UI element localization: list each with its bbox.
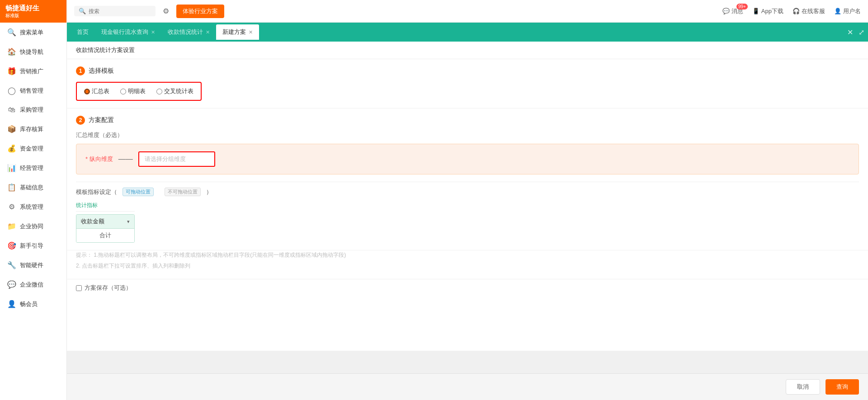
tab-home[interactable]: 首页 <box>71 24 95 40</box>
radio-summary-input[interactable] <box>84 89 90 94</box>
sidebar-item-label: 库存核算 <box>20 125 43 133</box>
cancel-button[interactable]: 取消 <box>786 379 820 395</box>
operation-icon: 📊 <box>7 164 16 172</box>
metrics-box: 收款金额 ▾ 合计 <box>76 214 135 243</box>
dimension-row: 纵向维度 —— 请选择分组维度 <box>85 151 849 167</box>
trial-button[interactable]: 体验行业方案 <box>176 5 224 18</box>
sidebar-item-label: 畅会员 <box>20 300 38 308</box>
sidebar-item-marketing[interactable]: 🎁 营销推广 <box>0 61 66 81</box>
page-header: 收款情况统计方案设置 <box>67 42 868 59</box>
sidebar-item-label: 采购管理 <box>20 106 43 114</box>
sidebar-item-wechat[interactable]: 💬 企业微信 <box>0 275 66 294</box>
sidebar-item-newbie[interactable]: 🎯 新手引导 <box>0 236 66 255</box>
sidebar-item-label: 营销推广 <box>20 67 43 75</box>
radio-detail[interactable]: 明细表 <box>120 87 146 95</box>
main-area: 🔍 ⚙ 体验行业方案 💬 消息 99+ 📱 App下载 🎧 在线客服 👤 用户名 <box>67 0 868 400</box>
dimension-subtitle: 汇总维度（必选） <box>76 131 859 139</box>
tab-expand-icon[interactable]: ⤢ <box>859 28 864 37</box>
save-option[interactable]: 方案保存（可选） <box>76 284 132 292</box>
enterprise-icon: 📁 <box>7 222 16 231</box>
sidebar-item-system[interactable]: ⚙ 系统管理 <box>0 197 66 216</box>
sidebar-item-smart-hw[interactable]: 🔧 智能硬件 <box>0 255 66 275</box>
sidebar-item-inventory[interactable]: 📦 库存核算 <box>0 119 66 139</box>
user-info[interactable]: 👤 用户名 <box>834 7 861 15</box>
step2-header: 2 方案配置 <box>76 116 859 125</box>
dimension-area: 纵向维度 —— 请选择分组维度 <box>76 144 859 174</box>
tab-new-scheme[interactable]: 新建方案 ✕ <box>216 24 259 40</box>
username-label: 用户名 <box>843 7 861 15</box>
search-input[interactable] <box>89 8 147 14</box>
finance-icon: 💰 <box>7 144 16 153</box>
sales-icon: ◯ <box>7 86 16 95</box>
radio-cross[interactable]: 交叉统计表 <box>156 87 193 95</box>
purchase-icon: 🛍 <box>7 106 16 114</box>
tab-bar: 首页 现金银行流水查询 ✕ 收款情况统计 ✕ 新建方案 ✕ ✕ ⤢ <box>67 23 868 42</box>
tab-new-scheme-close[interactable]: ✕ <box>249 29 253 35</box>
tab-bank-flow[interactable]: 现金银行流水查询 ✕ <box>95 24 161 40</box>
sidebar-item-purchase[interactable]: 🛍 采购管理 <box>0 100 66 119</box>
sidebar-item-search-menu[interactable]: 🔍 搜索菜单 <box>0 23 66 42</box>
badge-movable: 可拖动位置 <box>123 188 154 196</box>
metrics-title: 模板指标设定（ <box>76 188 117 196</box>
sidebar-item-label: 经营管理 <box>20 164 43 172</box>
hint-line-2: 2. 点击标题栏下拉可设置排序、插入列和删除列 <box>76 261 859 271</box>
chevron-down-icon[interactable]: ▾ <box>127 219 130 225</box>
tab-collection-stat-label: 收款情况统计 <box>168 28 203 36</box>
tab-collection-stat[interactable]: 收款情况统计 ✕ <box>161 24 216 40</box>
user-avatar-icon: 👤 <box>834 8 841 14</box>
metrics-area: 统计指标 收款金额 ▾ 合计 <box>76 202 859 243</box>
sidebar-item-base-info[interactable]: 📋 基础信息 <box>0 178 66 197</box>
settings-icon[interactable]: ⚙ <box>163 7 169 15</box>
save-checkbox[interactable] <box>76 285 82 291</box>
metrics-close-paren: ） <box>206 188 212 196</box>
page-title: 收款情况统计方案设置 <box>76 47 135 53</box>
dimension-select[interactable]: 请选择分组维度 <box>138 151 215 167</box>
save-label: 方案保存（可选） <box>85 284 132 292</box>
sidebar-item-finance[interactable]: 💰 资金管理 <box>0 139 66 158</box>
download-icon: 📱 <box>752 8 760 14</box>
radio-cross-input[interactable] <box>156 89 162 94</box>
download-label: App下载 <box>761 7 783 15</box>
tab-bank-flow-close[interactable]: ✕ <box>151 29 155 35</box>
hint-line-1: 提示： 1.拖动标题栏可以调整布局，不可跨维度或指标区域拖动栏目字段(只能在同一… <box>76 250 859 260</box>
sidebar-item-label: 企业协同 <box>20 222 43 231</box>
inventory-icon: 📦 <box>7 125 16 133</box>
bottom-actions: 取消 查询 <box>67 373 868 400</box>
dimension-arrow: —— <box>118 155 133 163</box>
vertical-label: 纵向维度 <box>85 155 113 163</box>
content-panel: 收款情况统计方案设置 1 选择模板 汇总表 明细表 <box>67 42 868 351</box>
app-download[interactable]: 📱 App下载 <box>752 7 783 15</box>
step1-section: 1 选择模板 汇总表 明细表 交叉统计表 <box>67 59 868 108</box>
metrics-group-label: 统计指标 <box>76 202 135 212</box>
topbar-right: 💬 消息 99+ 📱 App下载 🎧 在线客服 👤 用户名 <box>722 7 861 15</box>
tab-close-all-icon[interactable]: ✕ <box>847 28 853 37</box>
step1-header: 1 选择模板 <box>76 66 859 75</box>
service-label: 在线客服 <box>802 7 825 15</box>
step2-number: 2 <box>76 116 85 125</box>
gift-icon: 🎁 <box>7 67 16 75</box>
sidebar-item-label: 快捷导航 <box>20 48 43 56</box>
online-service[interactable]: 🎧 在线客服 <box>793 7 825 15</box>
sidebar-item-label: 新手引导 <box>20 242 43 250</box>
radio-detail-input[interactable] <box>120 89 126 94</box>
sidebar-item-member[interactable]: 👤 畅会员 <box>0 294 66 314</box>
metrics-group: 统计指标 收款金额 ▾ 合计 <box>76 202 135 243</box>
service-icon: 🎧 <box>793 8 800 14</box>
search-bar[interactable]: 🔍 <box>74 6 156 16</box>
radio-summary[interactable]: 汇总表 <box>84 87 109 95</box>
search-menu-icon: 🔍 <box>7 28 16 37</box>
tab-collection-stat-close[interactable]: ✕ <box>206 29 210 35</box>
sidebar-item-enterprise[interactable]: 📁 企业协同 <box>0 216 66 236</box>
notification-badge[interactable]: 💬 消息 99+ <box>722 7 743 15</box>
tab-new-scheme-label: 新建方案 <box>222 28 246 36</box>
sidebar-item-operation[interactable]: 📊 经营管理 <box>0 158 66 178</box>
metrics-box-title: 收款金额 <box>81 217 104 226</box>
step1-number: 1 <box>76 66 85 75</box>
query-button[interactable]: 查询 <box>826 379 859 395</box>
tab-bank-flow-label: 现金银行流水查询 <box>101 28 148 36</box>
sidebar-item-sales[interactable]: ◯ 销售管理 <box>0 81 66 100</box>
sidebar-item-label: 资金管理 <box>20 145 43 153</box>
sidebar-item-quick-nav[interactable]: 🏠 快捷导航 <box>0 42 66 61</box>
radio-cross-label: 交叉统计表 <box>164 87 193 95</box>
topbar: 🔍 ⚙ 体验行业方案 💬 消息 99+ 📱 App下载 🎧 在线客服 👤 用户名 <box>67 0 868 23</box>
